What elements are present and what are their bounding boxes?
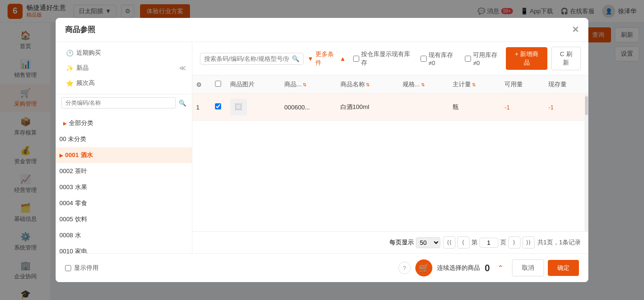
category-0005[interactable]: 0005 饮料: [56, 211, 192, 227]
category-0010[interactable]: 0010 家电: [56, 243, 192, 253]
quick-item-new[interactable]: ✨ 新品: [61, 61, 175, 75]
page-word: 第: [471, 238, 478, 247]
checkbox-available-stock-label: 可用库存≠0: [473, 51, 502, 67]
checkbox-current-stock-input[interactable]: [421, 56, 427, 62]
page-first-button[interactable]: ⟨⟨: [443, 236, 455, 249]
add-product-button[interactable]: + 新增商品: [506, 47, 547, 70]
row-checkbox[interactable]: [211, 94, 226, 121]
total-info: 共1页，1条记录: [537, 238, 581, 247]
pagination: 每页显示 20 50 100 ⟨⟨ ⟨ 第: [192, 231, 588, 253]
quick-label-recent: 近期购买: [76, 49, 101, 57]
category-0001-label: 0001 酒水: [65, 151, 93, 159]
page-word2: 页: [500, 238, 506, 247]
row-name: 白酒100ml: [337, 94, 399, 121]
help-button[interactable]: ?: [398, 262, 411, 274]
cart-count: 0: [485, 263, 490, 274]
page-next-button[interactable]: ⟩: [508, 236, 520, 249]
main-content: 查询 刷新 设置 商品参照 ✕: [51, 23, 644, 300]
toolbar: 🔍 ▼ 更多条件 ▲ 按仓库显示现有库存: [192, 42, 588, 75]
product-table: ⚙ 商品图片 商品...⇅ 商品名称⇅ 规格...⇅ 主计量⇅ 可用量 现存量: [192, 75, 588, 231]
table-row[interactable]: 1 🖼 000600... 白酒100ml 瓶: [192, 94, 588, 121]
row-image: 🖼: [226, 94, 281, 121]
category-search-input[interactable]: [61, 97, 176, 108]
category-00[interactable]: 00 未分类: [56, 131, 192, 147]
checkbox-available-stock-input[interactable]: [465, 56, 471, 62]
checkbox-available-stock[interactable]: 可用库存≠0: [465, 51, 502, 67]
category-0008[interactable]: 0008 水: [56, 227, 192, 243]
th-image: 商品图片: [226, 75, 281, 94]
quick-label-new: 新品: [76, 64, 89, 72]
page-prev-button[interactable]: ⟨: [457, 236, 470, 249]
new-icon: ✨: [66, 65, 74, 72]
checkbox-current-stock[interactable]: 现有库存≠0: [421, 51, 458, 67]
category-list: ▶ 全部分类 00 未分类 ▶ 0001 酒水 0002 茶: [56, 111, 192, 253]
arrow-active-icon: ▶: [59, 153, 63, 158]
row-code: 000600...: [281, 94, 337, 121]
category-0002-label: 0002 茶叶: [59, 167, 87, 175]
row-index: 1: [192, 94, 211, 121]
category-0002[interactable]: 0002 茶叶: [56, 163, 192, 179]
refresh-button[interactable]: C 刷新: [551, 47, 581, 70]
cart-icon[interactable]: 🛒: [415, 259, 432, 276]
page-nav: ⟨⟨ ⟨ 第 页 ⟩ ⟩⟩: [443, 236, 535, 249]
category-0003[interactable]: 0003 水果: [56, 179, 192, 195]
page-size-selector: 每页显示 20 50 100: [389, 237, 440, 248]
category-0008-label: 0008 水: [59, 231, 81, 240]
checkbox-by-warehouse[interactable]: 按仓库显示现有库存: [353, 50, 413, 67]
page-number-input[interactable]: [479, 238, 498, 248]
category-0004[interactable]: 0004 零食: [56, 195, 192, 211]
row-unit: 瓶: [449, 94, 501, 121]
th-checkbox: [211, 75, 226, 94]
category-all[interactable]: ▶ 全部分类: [56, 115, 192, 131]
collapse-panel-button[interactable]: ≪: [179, 64, 186, 72]
cancel-button[interactable]: 取消: [512, 259, 544, 276]
product-search-input[interactable]: [204, 55, 289, 62]
category-0010-label: 0010 家电: [59, 247, 87, 253]
table-header-row: ⚙ 商品图片 商品...⇅ 商品名称⇅ 规格...⇅ 主计量⇅ 可用量 现存量: [192, 75, 588, 94]
th-unit: 主计量⇅: [449, 75, 501, 94]
checkbox-by-warehouse-input[interactable]: [353, 56, 359, 62]
category-00-label: 00 未分类: [59, 135, 86, 143]
show-disabled-checkbox[interactable]: 显示停用: [65, 264, 99, 272]
row-available: -1: [501, 94, 545, 121]
checkbox-current-stock-label: 现有库存≠0: [429, 51, 458, 67]
modal-header: 商品参照 ✕: [56, 18, 588, 42]
scroll-thumb: [585, 96, 588, 115]
right-panel: 🔍 ▼ 更多条件 ▲ 按仓库显示现有库存: [192, 42, 588, 253]
show-disabled-label: 显示停用: [74, 264, 99, 272]
filter-more-label: 更多条件: [315, 50, 338, 67]
page-size-select[interactable]: 20 50 100: [416, 237, 440, 248]
category-0003-label: 0003 水果: [59, 183, 87, 192]
modal-dialog: 商品参照 ✕ 🕐 近期购买: [56, 18, 588, 282]
scroll-track[interactable]: [585, 94, 588, 231]
th-stock: 现存量: [545, 75, 588, 94]
search-icon[interactable]: 🔍: [292, 55, 299, 62]
page-last-button[interactable]: ⟩⟩: [522, 236, 535, 249]
confirm-button[interactable]: 确定: [548, 260, 579, 276]
checkbox-group: 按仓库显示现有库存 现有库存≠0 可用库存≠0: [353, 50, 502, 67]
modal-close-button[interactable]: ✕: [572, 25, 579, 35]
product-image: 🖼: [230, 99, 247, 116]
modal-overlay: 商品参照 ✕ 🕐 近期购买: [0, 0, 644, 300]
th-spec: 规格...⇅: [399, 75, 449, 94]
page-size-label: 每页显示: [389, 238, 414, 247]
row-stock: -1: [545, 94, 588, 121]
cart-area: ? 🛒 连续选择的商品 0 ⌃: [398, 259, 506, 276]
category-search-icon[interactable]: 🔍: [179, 100, 186, 107]
quick-item-recent[interactable]: 🕐 近期购买: [61, 46, 175, 60]
modal-title: 商品参照: [65, 25, 95, 35]
product-search-box: 🔍: [200, 53, 304, 65]
th-name: 商品名称⇅: [337, 75, 399, 94]
chevron-up-icon: ▲: [339, 55, 346, 62]
filter-more-button[interactable]: ▼ 更多条件 ▲: [307, 50, 346, 67]
quick-item-frequent[interactable]: ⭐ 频次高: [61, 76, 175, 90]
show-disabled-input[interactable]: [65, 265, 71, 271]
th-code: 商品...⇅: [281, 75, 337, 94]
modal-body: 🕐 近期购买 ✨ 新品 ⭐ 频次高: [56, 42, 588, 253]
modal-footer: 显示停用 ? 🛒 连续选择的商品 0 ⌃ 取消 确定: [56, 253, 588, 282]
category-0005-label: 0005 饮料: [59, 215, 87, 224]
category-0001[interactable]: ▶ 0001 酒水: [56, 147, 192, 163]
select-all-checkbox[interactable]: [215, 81, 221, 87]
cart-collapse-button[interactable]: ⌃: [495, 262, 506, 275]
category-all-label: 全部分类: [69, 119, 93, 127]
